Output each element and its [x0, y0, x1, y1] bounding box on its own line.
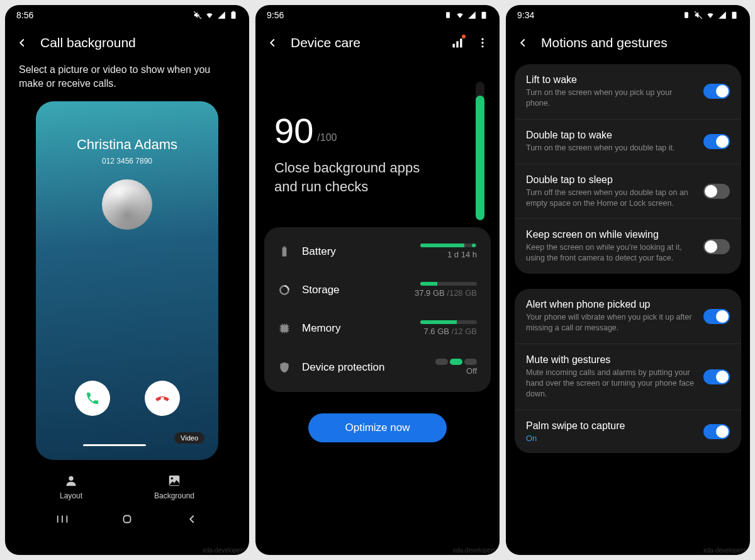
toggle-switch[interactable] [703, 424, 730, 439]
setting-title: Lift to wake [526, 74, 695, 86]
protection-value: Off [466, 366, 477, 376]
watermark: xda-developers [203, 547, 245, 554]
setting-mute-gestures[interactable]: Mute with gestures Mute incoming calls a… [515, 344, 741, 410]
svg-point-16 [481, 42, 483, 43]
page-title: Motions and gestures [541, 35, 668, 50]
wifi-icon [456, 11, 464, 20]
optimize-button[interactable]: Optimize now [308, 413, 447, 442]
header: Call background [5, 25, 249, 57]
toggle-switch[interactable] [703, 309, 730, 324]
toggle-switch[interactable] [703, 239, 730, 254]
header: Motions and gestures [506, 25, 750, 57]
svg-point-17 [481, 45, 483, 47]
avatar [102, 179, 152, 230]
score-total: /100 [317, 132, 337, 148]
svg-rect-10 [446, 12, 450, 18]
svg-rect-12 [453, 44, 455, 48]
status-time: 9:56 [267, 10, 284, 20]
setting-title: Double tap to sleep [526, 174, 695, 186]
status-icons [682, 11, 739, 20]
more-icon[interactable] [476, 36, 489, 50]
toggle-switch[interactable] [703, 134, 730, 149]
watermark: xda-developers [703, 547, 746, 554]
phone-call-background: 8:56 Call background Select a picture or… [5, 5, 249, 555]
protection-row[interactable]: Device protection Off [264, 347, 491, 387]
setting-lift-to-wake[interactable]: Lift to wake Turn on the screen when you… [515, 64, 741, 120]
back-icon[interactable] [266, 36, 279, 50]
setting-title: Mute with gestures [526, 354, 695, 366]
toggle-switch[interactable] [703, 184, 730, 199]
toggle-switch[interactable] [703, 84, 730, 99]
call-preview[interactable]: Christina Adams 012 3456 7890 Video [36, 101, 218, 460]
memory-row[interactable]: Memory 7.6 GB /12 GB [264, 309, 491, 347]
nav-recents[interactable] [55, 512, 69, 526]
memory-row-icon [278, 322, 291, 335]
page-title: Device care [291, 35, 361, 50]
toggle-switch[interactable] [703, 369, 730, 384]
layout-icon [64, 474, 78, 488]
care-card: Battery 1 d 14 h Storage 37.9 GB /128 GB… [264, 227, 491, 392]
decline-call-button[interactable] [145, 381, 180, 416]
tab-background[interactable]: Background [154, 474, 194, 500]
status-bar: 9:34 [506, 5, 750, 25]
battery-row[interactable]: Battery 1 d 14 h [264, 232, 491, 271]
setting-desc: Turn off the screen when you double tap … [526, 188, 695, 209]
svg-rect-22 [685, 12, 688, 18]
signal-icon [718, 11, 727, 20]
phone-decline-icon [155, 391, 170, 406]
svg-rect-14 [460, 38, 462, 47]
setting-double-tap-sleep[interactable]: Double tap to sleep Turn off the screen … [515, 164, 741, 220]
svg-rect-24 [732, 12, 737, 19]
setting-desc: Turn on the screen when you pick up your… [526, 87, 695, 109]
back-icon[interactable] [516, 36, 530, 50]
caller-number: 012 3456 7890 [102, 157, 152, 165]
svg-rect-9 [123, 515, 130, 522]
battery-icon [730, 11, 739, 20]
setting-sub: On [526, 434, 695, 443]
svg-point-3 [69, 476, 73, 480]
bottom-tabs: Layout Background [5, 460, 249, 505]
svg-rect-13 [456, 42, 458, 48]
back-icon[interactable] [15, 36, 29, 50]
svg-point-15 [481, 38, 483, 40]
tab-layout[interactable]: Layout [60, 474, 82, 500]
video-badge[interactable]: Video [174, 432, 204, 444]
status-bar: 9:56 [255, 5, 500, 25]
score-value: 90 [274, 113, 313, 148]
phone-device-care: 9:56 Device care 90 /100 Close backgroun… [255, 5, 500, 555]
svg-rect-11 [482, 12, 486, 19]
mute-icon [694, 11, 703, 20]
tab-layout-label: Layout [60, 491, 82, 500]
battery-icon [229, 11, 238, 20]
signal-icon [467, 11, 476, 20]
stats-icon[interactable] [450, 36, 464, 50]
setting-title: Keep screen on while viewing [526, 229, 695, 240]
nav-back[interactable] [185, 512, 199, 526]
status-icons [444, 11, 488, 20]
svg-rect-1 [232, 12, 236, 19]
storage-row-icon [278, 284, 291, 296]
battery-value: 1 d 14 h [447, 250, 477, 259]
setting-keep-screen-on[interactable]: Keep screen on while viewing Keep the sc… [515, 219, 741, 274]
setting-alert-picked-up[interactable]: Alert when phone picked up Your phone wi… [515, 289, 741, 344]
header: Device care [255, 25, 500, 57]
nav-home[interactable] [120, 512, 134, 526]
call-buttons [36, 381, 218, 416]
setting-desc: Mute incoming calls and alarms by puttin… [526, 367, 695, 400]
setting-title: Alert when phone picked up [526, 299, 695, 310]
storage-total: /128 GB [445, 288, 477, 298]
accept-call-button[interactable] [75, 381, 110, 416]
battery-label: Battery [302, 245, 409, 258]
status-time: 8:56 [16, 10, 33, 20]
shield-icon [278, 361, 291, 374]
battery-icon [479, 11, 488, 20]
vibrate-icon [444, 11, 452, 20]
setting-double-tap-wake[interactable]: Double tap to wake Turn on the screen wh… [515, 120, 741, 164]
notification-dot [462, 35, 466, 38]
setting-palm-swipe[interactable]: Palm swipe to capture On [515, 410, 741, 453]
storage-row[interactable]: Storage 37.9 GB /128 GB [264, 271, 491, 309]
wifi-icon [706, 11, 715, 20]
tab-background-label: Background [154, 491, 194, 500]
battery-row-icon [278, 245, 291, 258]
setting-title: Palm swipe to capture [526, 420, 695, 432]
